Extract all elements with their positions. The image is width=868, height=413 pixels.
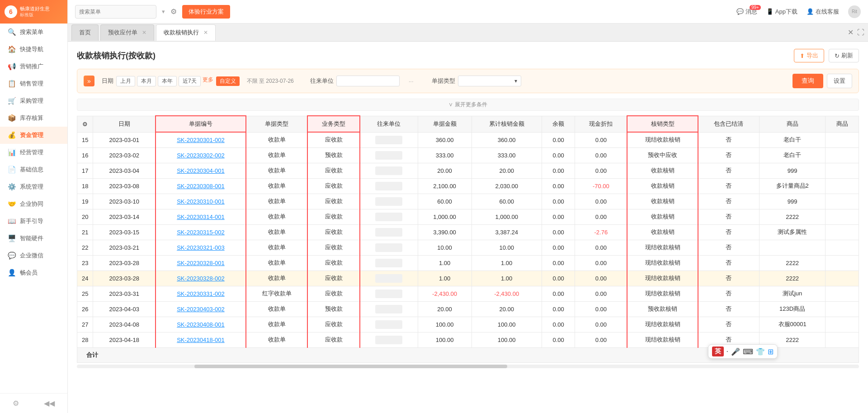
sidebar-item-system[interactable]: ⚙️ 系统管理 [0,178,67,195]
tab-receipt-cancel[interactable]: 收款核销执行 ✕ [156,24,216,41]
filter-expand-button[interactable]: » [84,76,94,86]
user-avatar[interactable]: Rit [848,5,861,18]
row-biz-type: 应收款 [307,332,360,347]
row-date: 2023-03-10 [93,194,156,209]
tab-close-prepay[interactable]: ✕ [142,29,146,36]
row-balance: 0.00 [542,332,575,347]
filter-custom-button[interactable]: 自定义 [216,76,240,86]
row-product2 [826,132,859,147]
sidebar-item-operations[interactable]: 📊 经营管理 [0,144,67,161]
keyboard-icon[interactable]: ⌨ [743,347,753,356]
sidebar-item-marketing[interactable]: 📢 营销推广 [0,58,67,75]
row-biz-type: 应收款 [307,286,360,301]
row-date: 2023-04-08 [93,317,156,332]
sidebar-item-weixin[interactable]: 💬 企业微信 [0,247,67,264]
filter-partner-input[interactable] [336,76,400,86]
row-product1: 999 [760,194,826,209]
row-bill-type: 收款单 [246,332,307,347]
collapse-btn[interactable]: ◀◀ [40,397,58,409]
row-balance: 0.00 [542,271,575,286]
row-bill-no: SK-20230418-001 [156,332,246,347]
expand-more-bar[interactable]: ∨ 展开更多条件 [77,99,859,111]
tab-prepay[interactable]: 预收应付单 ✕ [100,24,154,41]
row-product1: 老白干 [760,132,826,147]
filter-this-month[interactable]: 本月 [137,76,156,86]
message-icon: 💬 [736,8,744,15]
purchase-icon: 🛒 [7,97,16,105]
row-partner [360,132,418,147]
row-product2 [826,317,859,332]
row-included: 否 [698,255,760,271]
sidebar-item-inventory[interactable]: 📦 库存核算 [0,109,67,127]
table-scrollbar[interactable] [77,365,859,368]
row-total-cancel: 20.00 [472,301,542,317]
row-biz-type: 应收款 [307,224,360,240]
row-bill-type: 收款单 [246,132,307,147]
filter-7-days[interactable]: 近7天 [179,76,201,86]
sidebar-item-search[interactable]: 🔍 搜索菜单 [0,24,67,41]
col-settings[interactable]: ⚙ [77,116,93,132]
marketing-icon: 📢 [7,62,16,71]
sidebar-item-member[interactable]: 👤 畅会员 [0,264,67,281]
tab-home[interactable]: 首页 [71,24,99,41]
filter-this-year[interactable]: 本年 [158,76,177,86]
row-product1 [760,240,826,255]
table-container: ⚙ 日期 单据编号 单据类型 业务类型 往来单位 单据金额 累计核销金额 余额 … [77,115,859,363]
filter-settings-button[interactable]: 设置 [827,74,852,88]
row-biz-type: 预收款 [307,301,360,317]
grid-icon[interactable]: ⊞ [768,347,774,356]
row-bill-no: SK-20230403-002 [156,301,246,317]
settings-bottom-btn[interactable]: ⚙ [9,397,23,409]
row-amount: 1,000.00 [418,209,472,224]
topbar-chevron-icon[interactable]: ▾ [162,8,165,15]
filter-last-month[interactable]: 上月 [116,76,135,86]
sidebar-item-enterprise[interactable]: 🤝 企业协同 [0,195,67,213]
row-balance: 0.00 [542,163,575,178]
row-product1: 测试jun [760,286,826,301]
refresh-button[interactable]: ↻ 刷新 [829,49,859,62]
microphone-icon[interactable]: 🎤 [731,347,740,356]
sidebar-item-nav[interactable]: 🏠 快捷导航 [0,41,67,58]
export-icon: ⬆ [800,52,805,59]
app-download-item[interactable]: 📱 App下载 [766,8,797,16]
row-cancel-type: 现结收款核销 [627,332,698,347]
row-bill-no: SK-20230315-002 [156,224,246,240]
filter-dots: ··· [409,78,414,85]
row-biz-type: 应收款 [307,132,360,147]
sidebar-logo: 6 畅康道好生意 标推版 [0,0,67,24]
row-total-cancel: 1.00 [472,271,542,286]
row-amount: 10.00 [418,240,472,255]
messages-item[interactable]: 💬 消息 99+ [736,8,757,16]
row-included: 否 [698,317,760,332]
row-bill-type: 收款单 [246,271,307,286]
sidebar-item-guide[interactable]: 📖 新手引导 [0,213,67,230]
online-service-item[interactable]: 👤 在线客服 [807,8,839,16]
query-button[interactable]: 查询 [793,74,823,88]
app-badge: 标推版 [20,12,50,18]
solution-button[interactable]: 体验行业方案 [182,5,230,19]
tab-close-receipt[interactable]: ✕ [203,29,208,36]
inventory-icon: 📦 [7,114,16,122]
col-biz-type: 业务类型 [307,116,360,132]
hardware-icon: 🖥️ [7,234,16,242]
shirt-icon[interactable]: 👕 [756,347,765,356]
tab-fullscreen-icon[interactable]: ⛶ [857,28,864,37]
row-date: 2023-03-01 [93,132,156,147]
sidebar-item-sales[interactable]: 📋 销售管理 [0,75,67,92]
filter-bill-type-select[interactable]: ▾ [458,76,521,86]
export-button[interactable]: ⬆ 导出 [794,49,824,62]
float-toolbar: 英 · 🎤 ⌨ 👕 ⊞ [708,344,778,359]
sidebar-item-hardware[interactable]: 🖥️ 智能硬件 [0,230,67,247]
row-bill-no: SK-20230331-002 [156,286,246,301]
topbar-gear-icon[interactable]: ⚙ [170,7,177,16]
table-row: 24 2023-03-28 SK-20230328-002 收款单 应收款 1.… [77,271,859,286]
sidebar-item-finance[interactable]: 💰 资金管理 [0,127,67,144]
sidebar-item-purchase[interactable]: 🛒 采购管理 [0,92,67,109]
row-bill-no: SK-20230328-002 [156,271,246,286]
topbar-search-input[interactable] [75,5,156,19]
filter-more-dates[interactable]: 更多 [203,76,213,86]
tab-close-all-icon[interactable]: ✕ [848,28,854,37]
topbar-right: 💬 消息 99+ 📱 App下载 👤 在线客服 Rit [736,5,861,18]
sidebar-item-basic-info[interactable]: 📄 基础信息 [0,161,67,178]
filter-action-buttons: 查询 设置 [793,74,852,88]
